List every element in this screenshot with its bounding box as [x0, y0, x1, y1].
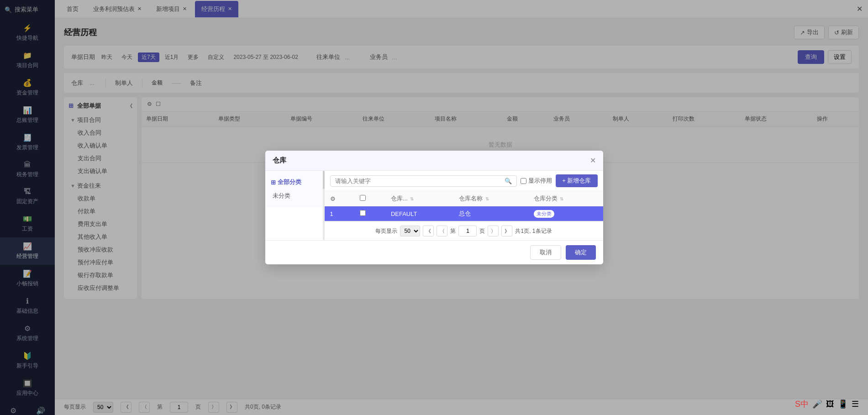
modal-page-input[interactable]: [458, 226, 477, 236]
modal-sidebar-scrollbar[interactable]: [323, 171, 325, 240]
modal-next-page[interactable]: 〉: [488, 226, 499, 236]
cancel-button[interactable]: 取消: [530, 245, 561, 260]
modal-close-button[interactable]: ✕: [590, 156, 596, 165]
modal-col-gear: ⚙: [325, 191, 355, 206]
modal-table-header: ⚙ 仓库... ⇅ 仓库名称 ⇅: [325, 191, 603, 206]
modal-page-suffix: 页: [479, 227, 485, 235]
modal-search-input[interactable]: [335, 178, 503, 184]
modal-row-category: 未分类: [528, 206, 603, 221]
modal-per-page-label: 每页显示: [375, 227, 397, 235]
modal-title: 仓库: [273, 156, 286, 165]
modal-row-no: 1: [325, 206, 355, 221]
confirm-button[interactable]: 确定: [566, 245, 596, 260]
modal-main: 🔍 显示停用 + 新增仓库 ⚙: [325, 171, 603, 240]
gear-icon-table[interactable]: ⚙: [330, 195, 336, 202]
modal-col-name: 仓库名称 ⇅: [453, 191, 528, 206]
modal-first-page[interactable]: 《: [423, 226, 434, 236]
grid-icon-modal: ⊞: [271, 179, 276, 186]
bottom-right-icons: S中 🎤 🖼 📱 ☰: [795, 399, 859, 410]
search-icon-modal: 🔍: [505, 178, 512, 184]
modal-overlay[interactable]: 仓库 ✕ ⊞ 全部分类 未分类: [0, 0, 868, 415]
modal-total: 共1页, 1条记录: [515, 227, 552, 235]
warehouse-modal: 仓库 ✕ ⊞ 全部分类 未分类: [265, 151, 603, 264]
chat-icon[interactable]: S中: [795, 399, 809, 410]
more-icon[interactable]: ☰: [852, 399, 859, 409]
modal-sidebar-wrapper: ⊞ 全部分类 未分类: [265, 171, 325, 240]
modal-footer: 取消 确定: [265, 240, 603, 264]
show-disabled-text: 显示停用: [528, 177, 552, 185]
modal-body: ⊞ 全部分类 未分类 🔍: [265, 171, 603, 240]
modal-pagination: 每页显示 50 《 〈 第 页 〉 》 共1页, 1条记录: [325, 221, 603, 240]
modal-row-checkbox[interactable]: [360, 210, 366, 216]
modal-col-category: 仓库分类 ⇅: [528, 191, 603, 206]
sort-icon-name: ⇅: [485, 196, 489, 201]
modal-header: 仓库 ✕: [265, 151, 603, 171]
modal-col-check: [354, 191, 385, 206]
show-disabled-label: 显示停用: [521, 177, 552, 185]
modal-prev-page[interactable]: 〈: [437, 226, 447, 236]
app-icon[interactable]: 📱: [838, 399, 848, 409]
scrollbar-thumb: [323, 171, 325, 189]
add-warehouse-button[interactable]: + 新增仓库: [556, 174, 597, 187]
category-tag: 未分类: [534, 210, 554, 218]
modal-sidebar-header: ⊞ 全部分类: [265, 175, 324, 189]
show-disabled-checkbox[interactable]: [521, 178, 526, 184]
modal-table-row[interactable]: 1 DEFAULT 总仓 未分类: [325, 206, 603, 221]
modal-sidebar-all-label: 全部分类: [278, 178, 301, 186]
modal-sidebar: ⊞ 全部分类 未分类: [265, 171, 325, 207]
modal-table-area: ⚙ 仓库... ⇅ 仓库名称 ⇅: [325, 191, 603, 221]
modal-check-all[interactable]: [360, 195, 366, 201]
sort-icon-category: ⇅: [560, 196, 563, 201]
modal-page-size[interactable]: 50: [400, 226, 420, 236]
image-icon[interactable]: 🖼: [826, 399, 834, 409]
modal-search-box: 🔍: [330, 175, 517, 187]
modal-col-code: 仓库... ⇅: [385, 191, 453, 206]
mic-icon[interactable]: 🎤: [812, 399, 822, 409]
modal-row-name: 总仓: [453, 206, 528, 221]
modal-row-check: [354, 206, 385, 221]
modal-table: ⚙ 仓库... ⇅ 仓库名称 ⇅: [325, 191, 603, 221]
modal-sidebar-unclassified[interactable]: 未分类: [265, 189, 324, 203]
sort-icon-code: ⇅: [410, 196, 414, 201]
modal-toolbar: 🔍 显示停用 + 新增仓库: [325, 171, 603, 191]
modal-row-code: DEFAULT: [385, 206, 453, 221]
modal-page-label: 第: [450, 227, 456, 235]
modal-last-page[interactable]: 》: [501, 226, 512, 236]
